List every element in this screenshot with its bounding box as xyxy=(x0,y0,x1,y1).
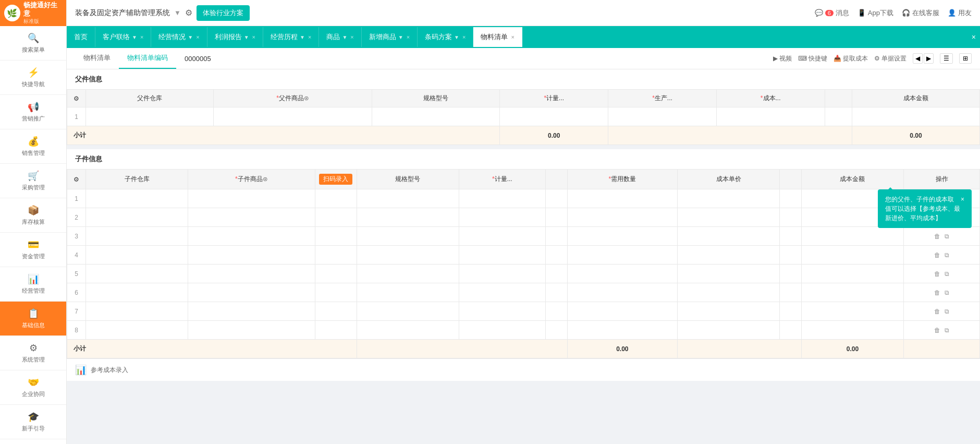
right-arrow-btn[interactable]: ▶ xyxy=(924,53,934,64)
barcode-close[interactable]: × xyxy=(462,34,466,40)
parent-col-produce: *生产... xyxy=(608,90,717,107)
video-icon: ▶ xyxy=(773,55,778,62)
sidebar-item-ops[interactable]: 📊 经营管理 xyxy=(0,267,66,302)
sidebar-item-marketing[interactable]: 📢 营销推广 xyxy=(0,95,66,129)
copy-btn-7[interactable]: ⧉ xyxy=(945,308,949,315)
parent-spec-1[interactable] xyxy=(372,107,500,126)
delete-btn-7[interactable]: 🗑 xyxy=(934,308,940,315)
parent-table: ⚙ 父件仓库 *父件商品⊙ 规格型号 *计量... *生产... *成本... … xyxy=(67,89,980,145)
delete-btn-5[interactable]: 🗑 xyxy=(934,270,940,278)
customers-close[interactable]: × xyxy=(140,34,143,40)
tab-bom[interactable]: 物料清单 × xyxy=(473,27,522,47)
history-arrow: ▼ xyxy=(300,34,305,40)
nav-tabs: 首页 客户联络 ▼ × 经营情况 ▼ × 利润报告 ▼ × 经营历程 ▼ × 商… xyxy=(67,26,980,48)
child-qty-1[interactable] xyxy=(567,189,677,208)
sidebar-item-finance[interactable]: 💳 资金管理 xyxy=(0,233,66,267)
tab-goods[interactable]: 商品 ▼ × xyxy=(319,27,361,47)
service-icon: 🎧 xyxy=(902,9,910,17)
child-col-goods: *子件商品⊙ xyxy=(188,170,315,189)
video-btn[interactable]: ▶ 视频 xyxy=(773,54,792,63)
parent-amount-1 xyxy=(852,107,979,126)
parent-section: 父件信息 ⚙ 父件仓库 *父件商品⊙ 规格型号 *计量... *生产... *成… xyxy=(67,69,980,145)
left-arrow-btn[interactable]: ◀ xyxy=(913,53,923,64)
tab-new-goods[interactable]: 新增商品 ▼ × xyxy=(362,27,418,47)
profit-arrow: ▼ xyxy=(244,34,249,40)
copy-btn-8[interactable]: ⧉ xyxy=(945,327,949,334)
sidebar-item-purchase[interactable]: 🛒 采购管理 xyxy=(0,164,66,198)
child-spec-1[interactable] xyxy=(357,189,459,208)
sidebar-item-sales[interactable]: 💰 销售管理 xyxy=(0,129,66,164)
nav-close-all[interactable]: × xyxy=(967,31,980,43)
tab-barcode[interactable]: 条码方案 ▼ × xyxy=(418,27,473,47)
tab-history[interactable]: 经营历程 ▼ × xyxy=(263,27,319,47)
parent-col-goods: *父件商品⊙ xyxy=(214,90,372,107)
sidebar-item-guide[interactable]: 🎓 新手引导 xyxy=(0,405,66,439)
sidebar-item-inventory[interactable]: 📦 库存核算 xyxy=(0,198,66,233)
shortcut-icon: ⌨ xyxy=(798,55,807,62)
copy-btn-3[interactable]: ⧉ xyxy=(945,233,949,240)
sales-icon: 💰 xyxy=(28,136,39,147)
experience-button[interactable]: 体验行业方案 xyxy=(197,5,250,21)
parent-unit-1[interactable] xyxy=(500,107,608,126)
new-goods-arrow: ▼ xyxy=(398,34,403,40)
finance-icon: 💳 xyxy=(28,239,39,250)
child-col-action: 操作 xyxy=(904,170,980,189)
scan-input-btn[interactable]: 扫码录入 xyxy=(319,174,352,185)
tab-bom-list[interactable]: 物料清单 xyxy=(75,48,119,69)
tab-home[interactable]: 首页 xyxy=(67,27,95,47)
parent-col-warehouse: 父件仓库 xyxy=(86,90,214,107)
sidebar-item-system[interactable]: ⚙ 系统管理 xyxy=(0,336,66,370)
tab-profit[interactable]: 利润报告 ▼ × xyxy=(207,27,263,47)
extract-cost-btn[interactable]: 📥 提取成本 xyxy=(834,54,868,63)
delete-btn-4[interactable]: 🗑 xyxy=(934,251,940,259)
nav-arrows: ◀ ▶ xyxy=(913,53,934,64)
tab-bom-code[interactable]: 物料清单编码 xyxy=(119,48,176,69)
goods-close[interactable]: × xyxy=(350,34,353,40)
tab-business[interactable]: 经营情况 ▼ × xyxy=(151,27,207,47)
delete-btn-6[interactable]: 🗑 xyxy=(934,289,940,296)
copy-btn-5[interactable]: ⧉ xyxy=(945,270,949,278)
single-settings-btn[interactable]: ⚙ 单据设置 xyxy=(874,54,906,63)
new-goods-close[interactable]: × xyxy=(407,34,410,40)
history-close[interactable]: × xyxy=(308,34,311,40)
user-btn[interactable]: 👤 用友 xyxy=(948,8,972,18)
copy-btn-4[interactable]: ⧉ xyxy=(945,251,949,259)
tab-customers[interactable]: 客户联络 ▼ × xyxy=(95,27,151,47)
parent-col-unit: *计量... xyxy=(500,90,608,107)
delete-btn-8[interactable]: 🗑 xyxy=(934,327,940,334)
child-section: 子件信息 ⚙ 子件仓库 *子件商品⊙ 扫码录入 规格型号 *计量... *需用数… xyxy=(67,149,980,358)
tooltip-close-btn[interactable]: × xyxy=(961,195,964,204)
child-row-7: 7 🗑 ⧉ xyxy=(67,302,980,321)
delete-btn-3[interactable]: 🗑 xyxy=(934,233,940,240)
service-btn[interactable]: 🎧 在线客服 xyxy=(902,8,939,18)
cost-input-icon: 📊 xyxy=(75,364,87,376)
business-close[interactable]: × xyxy=(196,34,199,40)
parent-produce-1[interactable] xyxy=(608,107,717,126)
view-toggle-btn[interactable]: ☰ xyxy=(940,53,953,64)
shortcut-btn[interactable]: ⌨ 快捷键 xyxy=(798,54,827,63)
business-arrow: ▼ xyxy=(188,34,193,40)
parent-warehouse-1[interactable] xyxy=(86,107,214,126)
dropdown-icon[interactable]: ▼ xyxy=(174,9,181,17)
child-col-scan[interactable]: 扫码录入 xyxy=(315,170,357,189)
child-col-qty: *需用数量 xyxy=(567,170,677,189)
message-btn[interactable]: 💬 6 消息 xyxy=(815,8,849,18)
copy-btn-6[interactable]: ⧉ xyxy=(945,289,949,296)
parent-cost-1[interactable] xyxy=(716,107,825,126)
child-warehouse-1[interactable] xyxy=(86,189,188,208)
child-goods-1[interactable] xyxy=(188,189,315,208)
profit-close[interactable]: × xyxy=(252,34,255,40)
sidebar-item-search[interactable]: 🔍 搜索菜单 xyxy=(0,26,66,61)
grid-toggle-btn[interactable]: ⊞ xyxy=(959,53,972,64)
settings-icon[interactable]: ⚙ xyxy=(185,8,192,18)
system-title: 装备及固定资产辅助管理系统 xyxy=(75,8,170,18)
sidebar-item-collab[interactable]: 🤝 企业协同 xyxy=(0,370,66,405)
app-download-btn[interactable]: 📱 App下载 xyxy=(858,8,893,18)
sidebar-item-basic[interactable]: 📋 基础信息 xyxy=(0,302,66,336)
sidebar-item-quick-nav[interactable]: ⚡ 快捷导航 xyxy=(0,61,66,95)
bom-close[interactable]: × xyxy=(511,34,514,40)
child-unit-price-1[interactable] xyxy=(677,189,779,208)
parent-goods-1[interactable] xyxy=(214,107,372,126)
child-row-5: 5 🗑 ⧉ xyxy=(67,265,980,283)
child-unit-1[interactable] xyxy=(459,189,545,208)
